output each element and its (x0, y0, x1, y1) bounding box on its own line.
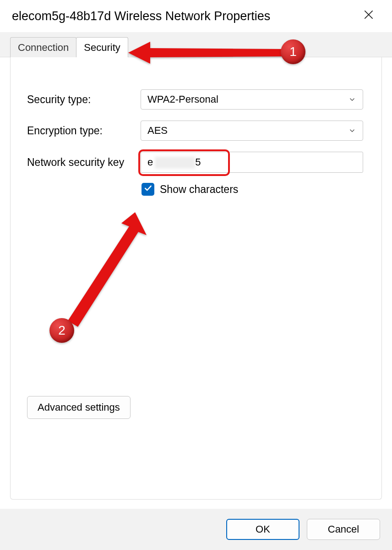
show-characters-label: Show characters (160, 183, 238, 196)
dialog-footer: OK Cancel (0, 509, 392, 550)
annotation-arrow-2 (55, 212, 156, 331)
row-encryption-type: Encryption type: AES (27, 121, 363, 141)
tab-connection[interactable]: Connection (10, 37, 76, 57)
advanced-settings-button[interactable]: Advanced settings (27, 396, 131, 419)
cancel-button[interactable]: Cancel (307, 519, 380, 540)
annotation-arrow-1 (128, 39, 302, 66)
annotation-badge-2: 2 (49, 318, 74, 343)
row-security-type: Security type: WPA2-Personal (27, 89, 363, 110)
cancel-label: Cancel (328, 523, 359, 535)
network-key-prefix: e (147, 156, 153, 168)
window-title: elecom5g-48b17d Wireless Network Propert… (12, 9, 357, 23)
chevron-down-icon (348, 95, 356, 104)
close-icon (363, 9, 375, 23)
annotation-badge-1-text: 1 (289, 44, 297, 59)
annotation-badge-2-text: 2 (58, 323, 65, 338)
tab-connection-label: Connection (18, 42, 69, 53)
chevron-down-icon (348, 126, 356, 135)
security-type-value: WPA2-Personal (147, 94, 218, 105)
row-network-key: Network security key e 5 (27, 152, 363, 173)
encryption-type-value: AES (147, 125, 168, 137)
network-key-masked (155, 157, 195, 169)
encryption-type-select[interactable]: AES (141, 121, 363, 141)
svg-marker-2 (128, 42, 284, 64)
tab-security-label: Security (84, 42, 120, 53)
tab-security[interactable]: Security (76, 37, 128, 57)
close-button[interactable] (357, 5, 380, 28)
encryption-type-label: Encryption type: (27, 125, 141, 137)
security-type-select[interactable]: WPA2-Personal (141, 89, 363, 110)
title-bar: elecom5g-48b17d Wireless Network Propert… (0, 0, 392, 32)
security-type-label: Security type: (27, 94, 141, 106)
annotation-badge-1: 1 (281, 39, 305, 64)
svg-marker-3 (68, 212, 147, 327)
advanced-settings-label: Advanced settings (38, 402, 120, 413)
check-icon (143, 183, 152, 195)
ok-button[interactable]: OK (226, 519, 299, 540)
row-show-characters: Show characters (142, 183, 363, 196)
network-key-input[interactable]: e 5 (141, 152, 363, 173)
network-key-suffix: 5 (195, 156, 201, 168)
properties-dialog: elecom5g-48b17d Wireless Network Propert… (0, 0, 392, 550)
show-characters-checkbox[interactable] (142, 183, 154, 196)
ok-label: OK (256, 523, 270, 535)
network-key-label: Network security key (27, 156, 141, 169)
